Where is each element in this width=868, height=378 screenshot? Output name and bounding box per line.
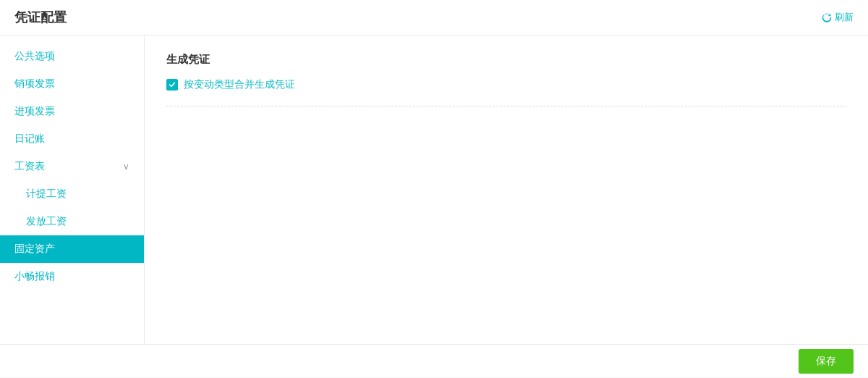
refresh-label: 刷新 xyxy=(835,11,854,24)
sidebar-item-label: 计提工资 xyxy=(26,188,67,201)
page-title: 凭证配置 xyxy=(14,9,67,26)
sidebar-item-payroll-accrual[interactable]: 计提工资 xyxy=(0,180,144,208)
sidebar-item-label: 公共选项 xyxy=(14,50,55,63)
sidebar: 公共选项 销项发票 进项发票 日记账 工资表 ∨ 计提工资 发放工资 固定资产 … xyxy=(0,35,145,344)
chevron-down-icon: ∨ xyxy=(123,161,129,172)
section-divider xyxy=(166,106,846,106)
section-title: 生成凭证 xyxy=(166,53,846,67)
checkbox-row[interactable]: 按变动类型合并生成凭证 xyxy=(166,78,846,91)
footer-bar: 保存 xyxy=(0,344,868,377)
sidebar-item-sales-invoice[interactable]: 销项发票 xyxy=(0,70,144,98)
sidebar-item-label: 日记账 xyxy=(14,133,45,146)
sidebar-item-journal[interactable]: 日记账 xyxy=(0,125,144,153)
merge-checkbox[interactable] xyxy=(166,79,178,91)
sidebar-item-label: 销项发票 xyxy=(14,77,55,91)
sidebar-item-label: 固定资产 xyxy=(14,243,55,256)
sidebar-item-label: 工资表 xyxy=(14,160,45,173)
main-layout: 公共选项 销项发票 进项发票 日记账 工资表 ∨ 计提工资 发放工资 固定资产 … xyxy=(0,35,868,344)
refresh-icon xyxy=(822,12,832,22)
page-header: 凭证配置 刷新 xyxy=(0,0,868,35)
save-button[interactable]: 保存 xyxy=(799,349,854,374)
sidebar-item-payroll-release[interactable]: 发放工资 xyxy=(0,208,144,235)
sidebar-item-label: 发放工资 xyxy=(26,215,67,228)
sidebar-item-label: 进项发票 xyxy=(14,105,55,118)
sidebar-item-public-options[interactable]: 公共选项 xyxy=(0,43,144,70)
sidebar-item-label: 小畅报销 xyxy=(14,270,55,283)
merge-checkbox-label: 按变动类型合并生成凭证 xyxy=(184,78,295,91)
content-area: 生成凭证 按变动类型合并生成凭证 xyxy=(145,35,868,344)
sidebar-item-fixed-assets[interactable]: 固定资产 xyxy=(0,235,144,263)
sidebar-item-expense[interactable]: 小畅报销 xyxy=(0,263,144,290)
refresh-button[interactable]: 刷新 xyxy=(822,11,854,24)
sidebar-item-purchase-invoice[interactable]: 进项发票 xyxy=(0,98,144,125)
sidebar-item-payroll[interactable]: 工资表 ∨ xyxy=(0,153,144,180)
